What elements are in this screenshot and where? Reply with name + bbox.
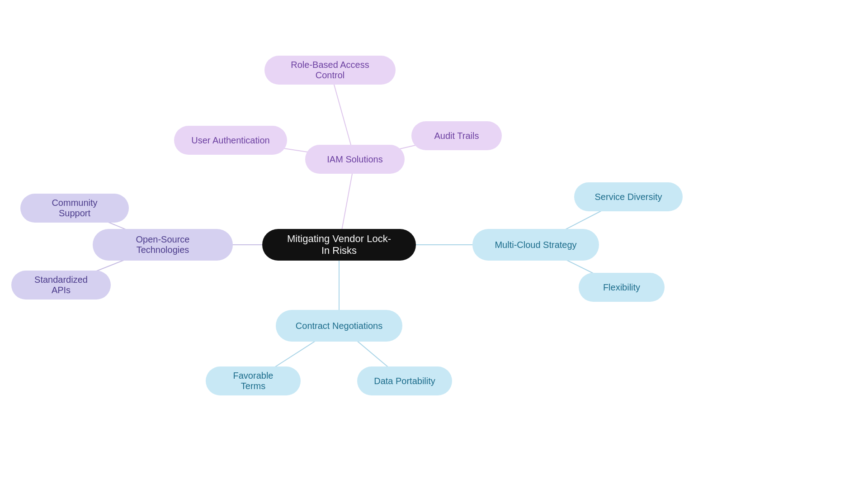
audit-trails-node: Audit Trails [411,121,502,150]
iam-node: IAM Solutions [305,145,405,174]
audit-trails-label: Audit Trails [434,131,479,141]
favorable-terms-label: Favorable Terms [222,371,284,391]
ost-node: Open-Source Technologies [93,229,233,261]
standardized-apis-node: Standardized APIs [11,271,111,300]
contract-negotiations-label: Contract Negotiations [296,321,382,331]
center-label: Mitigating Vendor Lock-In Risks [285,233,393,257]
community-support-label: Community Support [37,198,113,219]
rbac-node: Role-Based Access Control [264,56,396,85]
favorable-terms-node: Favorable Terms [206,366,301,395]
standardized-apis-label: Standardized APIs [28,275,94,295]
iam-label: IAM Solutions [327,154,382,165]
multi-cloud-node: Multi-Cloud Strategy [472,229,599,261]
multi-cloud-label: Multi-Cloud Strategy [495,240,576,250]
contract-negotiations-node: Contract Negotiations [276,310,402,342]
user-auth-node: User Authentication [174,126,287,155]
center-node: Mitigating Vendor Lock-In Risks [262,229,416,261]
user-auth-label: User Authentication [191,135,269,146]
service-diversity-label: Service Diversity [595,192,662,202]
service-diversity-node: Service Diversity [574,182,683,211]
ost-label: Open-Source Technologies [109,234,217,255]
rbac-label: Role-Based Access Control [281,60,379,81]
data-portability-node: Data Portability [357,366,452,395]
flexibility-label: Flexibility [603,282,640,293]
community-support-node: Community Support [20,194,129,223]
data-portability-label: Data Portability [374,376,435,386]
flexibility-node: Flexibility [579,273,665,302]
